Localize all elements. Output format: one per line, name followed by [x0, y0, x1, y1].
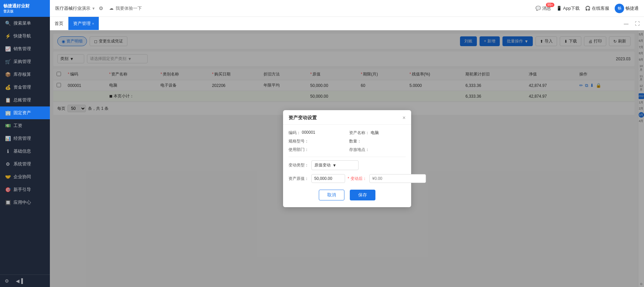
asset-original-value: 50,000.00 — [311, 174, 345, 183]
sidebar-item-basic-info[interactable]: ℹ 基础信息 — [0, 145, 50, 158]
app-subtitle: 普及版 — [3, 9, 30, 14]
sidebar-bottom: ⚙ ◀▐ — [0, 275, 50, 287]
app-download-label: App下载 — [563, 5, 580, 11]
sidebar-item-guide[interactable]: 🎯 新手引导 — [0, 183, 50, 196]
quicknav-icon: ⚡ — [5, 33, 11, 39]
inventory-icon: 📦 — [5, 71, 11, 77]
topbar: 医疗器械行业演示 ▼ ⚙ 我要体验一下 💬 消息 99+ 📱 App下载 🎧 在… — [50, 0, 644, 17]
sidebar-item-search[interactable]: 🔍 搜索菜单 — [0, 17, 50, 30]
dialog-code-value: 000001 — [302, 130, 315, 136]
sidebar-label: 搜索菜单 — [13, 20, 31, 26]
sidebar-label: 应用中心 — [13, 199, 31, 205]
experience-text: 我要体验一下 — [116, 5, 142, 11]
sidebar-item-fixed-assets[interactable]: 🏢 固定资产 — [0, 106, 50, 119]
online-service-label: 在线客服 — [592, 5, 609, 11]
dialog-title: 资产变动设置 — [288, 115, 317, 121]
after-change-input[interactable] — [369, 174, 426, 183]
sidebar-label: 基础信息 — [13, 148, 31, 154]
tab-maximize-btn[interactable]: ⛶ — [632, 18, 643, 29]
tab-bar: 首页 资产管理 × — ⛶ — [50, 17, 644, 30]
system-icon: ⚙ — [5, 161, 11, 167]
asset-change-dialog: 资产变动设置 × 编码： 000001 资产名称： 电脑 — [283, 110, 411, 207]
dialog-close-btn[interactable]: × — [402, 115, 405, 121]
notification-btn[interactable]: 💬 消息 99+ — [535, 5, 551, 11]
username: 畅捷通 — [625, 5, 639, 11]
user-menu[interactable]: 畅 畅捷通 — [615, 4, 639, 13]
sidebar: 畅捷通好业财 普及版 🔍 搜索菜单 ⚡ 快捷导航 📈 销售管理 🛒 采购管理 📦… — [0, 0, 50, 287]
app-logo: 畅捷通好业财 普及版 — [0, 0, 50, 17]
modal-overlay: 资产变动设置 × 编码： 000001 资产名称： 电脑 — [50, 30, 644, 287]
wages-icon: 💵 — [5, 123, 11, 129]
sidebar-item-purchase[interactable]: 🛒 采购管理 — [0, 55, 50, 68]
sidebar-label: 资金管理 — [13, 84, 31, 90]
app-center-icon: 🔲 — [5, 199, 11, 205]
asset-original-label: 资产原值： — [288, 176, 309, 182]
dialog-header: 资产变动设置 × — [283, 110, 411, 125]
tab-asset-management[interactable]: 资产管理 × — [68, 17, 99, 30]
topbar-right: 💬 消息 99+ 📱 App下载 🎧 在线客服 畅 畅捷通 — [535, 4, 639, 13]
notification-badge: 99+ — [546, 3, 554, 7]
sidebar-label: 企业协同 — [13, 174, 31, 180]
sidebar-label: 工资 — [13, 123, 22, 129]
experience-btn[interactable]: 我要体验一下 — [109, 5, 142, 11]
sidebar-item-system[interactable]: ⚙ 系统管理 — [0, 158, 50, 170]
sidebar-item-ledger[interactable]: 📋 总账管理 — [0, 94, 50, 106]
chevron-down-icon: ▼ — [333, 163, 337, 168]
sidebar-item-sales[interactable]: 📈 销售管理 — [0, 42, 50, 55]
company-selector[interactable]: 医疗器械行业演示 ▼ — [55, 5, 95, 11]
sidebar-label: 销售管理 — [13, 46, 31, 52]
change-type-select[interactable]: 原值变动 ▼ — [311, 160, 359, 170]
ledger-icon: 📋 — [5, 97, 11, 103]
company-name: 医疗器械行业演示 — [55, 5, 90, 11]
tab-home[interactable]: 首页 — [50, 17, 68, 30]
sidebar-label: 经营管理 — [13, 135, 31, 141]
company-chevron: ▼ — [92, 6, 95, 10]
sidebar-label: 库存核算 — [13, 71, 31, 77]
dialog-department-item: 使用部门： — [288, 147, 345, 153]
collapse-icon[interactable]: ◀▐ — [16, 278, 23, 284]
info-icon: ℹ — [5, 148, 11, 154]
tab-actions: — ⛶ — [621, 18, 644, 29]
tab-close-btn[interactable]: × — [92, 22, 94, 26]
sidebar-item-finance[interactable]: 💰 资金管理 — [0, 81, 50, 94]
sidebar-item-wages[interactable]: 💵 工资 — [0, 119, 50, 132]
dialog-divider — [288, 157, 406, 157]
finance-icon: 💰 — [5, 84, 11, 90]
sidebar-nav: 🔍 搜索菜单 ⚡ 快捷导航 📈 销售管理 🛒 采购管理 📦 库存核算 💰 资金管… — [0, 17, 50, 275]
dialog-body: 编码： 000001 资产名称： 电脑 规格型号： 数量： — [283, 125, 411, 207]
notification-icon: 💬 — [535, 6, 541, 11]
dialog-code-item: 编码： 000001 — [288, 130, 345, 136]
dialog-asset-name-value: 电脑 — [371, 130, 379, 136]
dialog-spec-item: 规格型号： — [288, 138, 345, 144]
sidebar-label: 快捷导航 — [13, 33, 31, 39]
app-download-btn[interactable]: 📱 App下载 — [556, 5, 580, 11]
settings-icon[interactable]: ⚙ — [5, 278, 9, 284]
app-title: 畅捷通好业财 — [3, 3, 30, 9]
dialog-location-item: 存放地点： — [349, 147, 406, 153]
purchase-icon: 🛒 — [5, 59, 11, 65]
sidebar-item-operations[interactable]: 📊 经营管理 — [0, 132, 50, 145]
content-area: ◉ 资产明细 ◻ 变更生成凭证 刘账 + 新增 批量操作 ▼ — [50, 30, 644, 287]
sidebar-item-quicknav[interactable]: ⚡ 快捷导航 — [0, 30, 50, 42]
tab-minimize-btn[interactable]: — — [621, 18, 632, 29]
sidebar-item-collab[interactable]: 🤝 企业协同 — [0, 170, 50, 183]
change-type-row: 变动类型： 原值变动 ▼ — [288, 160, 406, 170]
download-icon: 📱 — [556, 6, 562, 11]
dialog-actions: 取消 保存 — [288, 187, 406, 202]
settings-icon[interactable]: ⚙ — [99, 5, 103, 11]
sidebar-label: 系统管理 — [13, 161, 31, 167]
fixed-assets-icon: 🏢 — [5, 110, 11, 116]
sidebar-label: 总账管理 — [13, 97, 31, 103]
change-type-label: 变动类型： — [288, 162, 309, 168]
sidebar-label: 新手引导 — [13, 187, 31, 193]
cancel-button[interactable]: 取消 — [319, 190, 344, 200]
search-icon: 🔍 — [5, 20, 11, 26]
online-service-btn[interactable]: 🎧 在线客服 — [585, 5, 609, 11]
collab-icon: 🤝 — [5, 174, 11, 180]
cloud-icon — [109, 6, 114, 11]
save-button[interactable]: 保存 — [350, 190, 375, 200]
avatar: 畅 — [615, 4, 624, 13]
sidebar-item-inventory[interactable]: 📦 库存核算 — [0, 68, 50, 81]
sidebar-item-app-center[interactable]: 🔲 应用中心 — [0, 196, 50, 209]
operations-icon: 📊 — [5, 135, 11, 141]
